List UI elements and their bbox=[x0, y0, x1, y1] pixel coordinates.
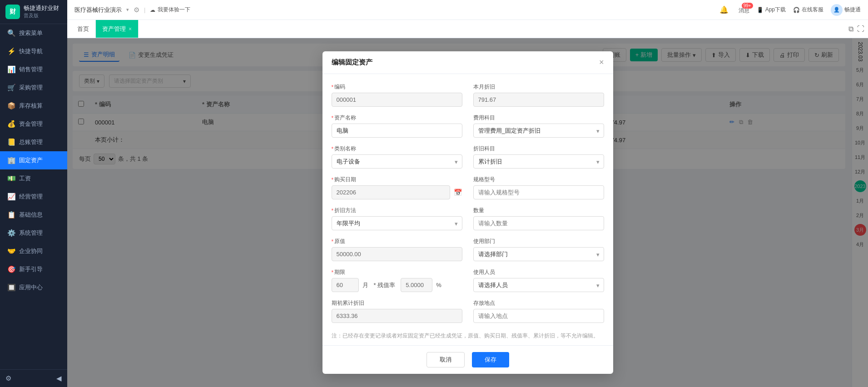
category-select[interactable]: 电子设备 bbox=[332, 154, 462, 169]
save-button[interactable]: 保存 bbox=[472, 352, 509, 367]
personnel-select[interactable]: 请选择人员 bbox=[473, 278, 604, 292]
form-expense-subject: 费用科目 管理费用_固定资产折旧 ▾ bbox=[473, 114, 604, 138]
dialog-body: * 编码 本月折旧 * 资产名称 bbox=[322, 74, 613, 332]
tab-asset[interactable]: 资产管理 × bbox=[96, 20, 139, 38]
sidebar-item-system[interactable]: ⚙️ 系统管理 bbox=[0, 224, 67, 242]
expense-subject-select-wrap: 管理费用_固定资产折旧 ▾ bbox=[473, 124, 604, 138]
topbar: 医疗器械行业演示 ▾ ⚙ | ☁ 我要体验一下 🔔 99+ 消息 📱 App下载… bbox=[67, 0, 868, 20]
edit-asset-dialog: 编辑固定资产 × * 编码 本月折旧 bbox=[322, 51, 613, 374]
fixedasset-icon: 🏢 bbox=[7, 156, 15, 164]
notification-btn[interactable]: 🔔 99+ 消息 bbox=[719, 5, 749, 15]
form-spec: 规格型号 bbox=[473, 176, 604, 199]
dialog-overlay: 编辑固定资产 × * 编码 本月折旧 bbox=[67, 38, 868, 387]
code-input[interactable] bbox=[332, 93, 462, 107]
funds-icon: 💰 bbox=[7, 120, 15, 128]
system-icon: ⚙️ bbox=[7, 229, 15, 237]
sidebar-item-quicknav[interactable]: ⚡ 快捷导航 bbox=[0, 42, 67, 60]
expense-subject-label: 费用科目 bbox=[473, 114, 604, 122]
residual-rate-unit: % bbox=[436, 282, 441, 288]
salary-icon: 💵 bbox=[7, 174, 15, 183]
calendar-icon[interactable]: 📅 bbox=[454, 189, 462, 197]
period-input[interactable] bbox=[332, 278, 359, 292]
quantity-input[interactable] bbox=[473, 216, 604, 230]
logo-icon: 财 bbox=[5, 5, 20, 19]
category-select-wrap: 电子设备 ▾ bbox=[332, 154, 462, 169]
quicknav-icon: ⚡ bbox=[7, 47, 15, 55]
content-area: ☰ 资产明细 📄 变更生成凭证 刘账 + 新增 批量操作 ▾ bbox=[67, 38, 868, 387]
notification-badge: 99+ bbox=[742, 3, 753, 9]
asset-name-input[interactable] bbox=[332, 124, 462, 138]
depreciation-method-select[interactable]: 年限平均 bbox=[332, 216, 462, 230]
sidebar-bottom: ⚙ ◀ bbox=[0, 369, 67, 387]
purchase-date-input[interactable] bbox=[332, 185, 450, 199]
dialog-close-btn[interactable]: × bbox=[599, 58, 604, 67]
tab-home[interactable]: 首页 bbox=[71, 20, 96, 38]
maximize-window-btn[interactable]: ⛶ bbox=[857, 25, 864, 33]
location-input[interactable] bbox=[473, 309, 604, 323]
expense-subject-select[interactable]: 管理费用_固定资产折旧 bbox=[473, 124, 604, 138]
sidebar-item-appcenter[interactable]: 🔲 应用中心 bbox=[0, 278, 67, 297]
basic-icon: 📋 bbox=[7, 211, 15, 219]
online-service-btn[interactable]: 🎧 在线客服 bbox=[793, 6, 823, 14]
department-select[interactable]: 请选择部门 bbox=[473, 247, 604, 261]
monthly-depreciation-label: 本月折旧 bbox=[473, 83, 604, 91]
location-label: 存放地点 bbox=[473, 299, 604, 307]
original-value-input[interactable] bbox=[332, 247, 462, 261]
form-monthly-depreciation: 本月折旧 bbox=[473, 83, 604, 107]
feedback-btn[interactable]: ☁ 我要体验一下 bbox=[150, 6, 190, 14]
sidebar-item-company[interactable]: 🤝 企业协同 bbox=[0, 242, 67, 260]
sidebar-item-inventory[interactable]: 📦 库存核算 bbox=[0, 97, 67, 115]
bell-icon: 🔔 bbox=[719, 6, 729, 14]
sidebar-item-purchase[interactable]: 🛒 采购管理 bbox=[0, 79, 67, 97]
purchase-date-label: * 购买日期 bbox=[332, 176, 462, 184]
spec-label: 规格型号 bbox=[473, 176, 604, 184]
restore-window-btn[interactable]: ⧉ bbox=[848, 25, 853, 33]
sales-icon: 📊 bbox=[7, 65, 15, 74]
inventory-icon: 📦 bbox=[7, 102, 15, 110]
monthly-depreciation-input[interactable] bbox=[473, 93, 604, 107]
settings-icon[interactable]: ⚙ bbox=[5, 374, 11, 382]
settings-icon[interactable]: ⚙ bbox=[134, 6, 139, 14]
app-download-btn[interactable]: 📱 App下载 bbox=[757, 6, 786, 14]
department-select-wrap: 请选择部门 ▾ bbox=[473, 247, 604, 261]
tab-asset-close[interactable]: × bbox=[129, 26, 132, 32]
sidebar-item-ledger[interactable]: 📒 总账管理 bbox=[0, 133, 67, 151]
depreciation-method-label: * 折旧方法 bbox=[332, 207, 462, 214]
sidebar: 财 畅捷通好业财 普及版 🔍 搜索菜单 ⚡ 快捷导航 📊 销售管理 🛒 采购管理… bbox=[0, 0, 67, 387]
form-category: * 类别名称 电子设备 ▾ bbox=[332, 145, 462, 169]
form-department: 使用部门 请选择部门 ▾ bbox=[473, 238, 604, 261]
depreciation-subject-label: 折旧科目 bbox=[473, 145, 604, 153]
dialog-note: 注：已经存在变更记录或者对应固定资产已经生成凭证，原值、购买日期、残值率、累计折… bbox=[322, 332, 613, 345]
tabbar-tabs: 首页 资产管理 × bbox=[71, 20, 139, 38]
dialog-header: 编辑固定资产 × bbox=[322, 51, 613, 74]
sidebar-item-fixedasset[interactable]: 🏢 固定资产 bbox=[0, 151, 67, 169]
sidebar-item-basic[interactable]: 📋 基础信息 bbox=[0, 206, 67, 224]
initial-accumulated-input[interactable] bbox=[332, 309, 462, 323]
appcenter-icon: 🔲 bbox=[7, 283, 15, 292]
quantity-label: 数量 bbox=[473, 207, 604, 214]
sidebar-item-sales[interactable]: 📊 销售管理 bbox=[0, 60, 67, 79]
collapse-icon[interactable]: ◀ bbox=[56, 374, 62, 382]
sidebar-item-operations[interactable]: 📈 经营管理 bbox=[0, 188, 67, 206]
user-profile-btn[interactable]: 👤 畅捷通 bbox=[831, 4, 861, 16]
sidebar-item-guide[interactable]: 🎯 新手引导 bbox=[0, 260, 67, 278]
form-code: * 编码 bbox=[332, 83, 462, 107]
dialog-title: 编辑固定资产 bbox=[332, 58, 372, 67]
cancel-button[interactable]: 取消 bbox=[427, 352, 465, 367]
form-depreciation-method: * 折旧方法 年限平均 ▾ bbox=[332, 207, 462, 230]
spec-input[interactable] bbox=[473, 185, 604, 199]
purchase-icon: 🛒 bbox=[7, 84, 15, 92]
company-dropdown-icon[interactable]: ▾ bbox=[126, 7, 129, 13]
initial-accumulated-label: 期初累计折旧 bbox=[332, 299, 462, 307]
download-icon: 📱 bbox=[757, 7, 764, 13]
depreciation-subject-select[interactable]: 累计折旧 bbox=[473, 154, 604, 169]
sidebar-item-search[interactable]: 🔍 搜索菜单 bbox=[0, 24, 67, 42]
residual-rate-input[interactable] bbox=[401, 278, 432, 292]
sidebar-item-funds[interactable]: 💰 资金管理 bbox=[0, 115, 67, 133]
form-original-value: * 原值 bbox=[332, 238, 462, 261]
form-depreciation-subject: 折旧科目 累计折旧 ▾ bbox=[473, 145, 604, 169]
search-icon: 🔍 bbox=[7, 29, 15, 37]
ledger-icon: 📒 bbox=[7, 138, 15, 146]
depreciation-subject-select-wrap: 累计折旧 ▾ bbox=[473, 154, 604, 169]
sidebar-item-salary[interactable]: 💵 工资 bbox=[0, 169, 67, 188]
